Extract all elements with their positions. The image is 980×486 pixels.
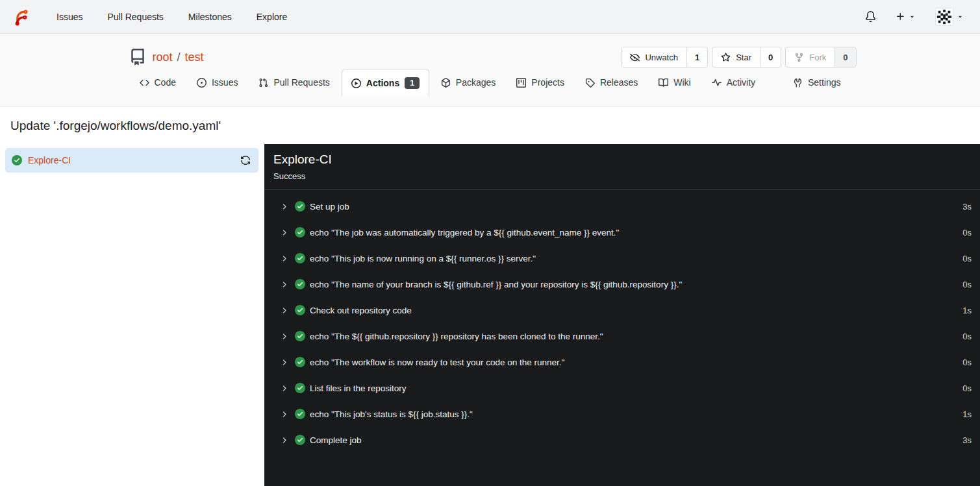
fork-button-group: Fork 0	[785, 47, 856, 67]
step-row[interactable]: echo "This job is now running on a ${{ r…	[264, 245, 980, 271]
fork-icon	[794, 53, 804, 62]
step-duration: 3s	[962, 202, 972, 212]
step-success-icon	[295, 279, 305, 289]
watch-button-group: Unwatch 1	[621, 47, 708, 67]
step-duration: 3s	[962, 435, 972, 445]
repo-name-link[interactable]: test	[185, 51, 204, 64]
code-icon	[140, 78, 149, 88]
tab-releases[interactable]: Releases	[576, 69, 647, 96]
step-duration: 0s	[962, 228, 972, 237]
step-duration: 0s	[962, 332, 972, 341]
nav-item-issues[interactable]: Issues	[44, 0, 95, 33]
plus-icon	[896, 12, 905, 21]
tab-packages[interactable]: Packages	[432, 69, 505, 96]
step-success-icon	[295, 253, 305, 263]
create-menu-button[interactable]	[890, 8, 921, 25]
repo-path-separator: /	[177, 51, 181, 64]
watchers-count[interactable]: 1	[686, 47, 707, 67]
tools-icon	[793, 78, 803, 88]
identicon-image	[936, 8, 953, 25]
step-row[interactable]: echo "This job's status is ${{ job.statu…	[264, 401, 980, 427]
git-pull-request-icon	[258, 78, 268, 88]
step-success-icon	[295, 357, 305, 367]
step-success-icon	[295, 409, 305, 419]
tab-actions[interactable]: Actions 1	[342, 69, 429, 97]
actions-count-badge: 1	[405, 77, 420, 89]
step-row[interactable]: echo "The name of your branch is ${{ git…	[264, 271, 980, 297]
tab-code[interactable]: Code	[131, 69, 185, 96]
avatar	[935, 8, 953, 26]
step-row[interactable]: echo "The job was automatically triggere…	[264, 219, 980, 245]
chevron-right-icon	[280, 410, 288, 419]
chevron-right-icon	[280, 228, 288, 237]
chevron-right-icon	[280, 384, 288, 393]
nav-item-explore[interactable]: Explore	[244, 0, 299, 33]
chevron-right-icon	[280, 254, 288, 263]
step-row[interactable]: Check out repository code 1s	[264, 297, 980, 323]
actions-run-view: Update '.forgejo/workflows/demo.yaml' Ex…	[0, 106, 980, 486]
job-item-label: Explore-CI	[28, 155, 234, 165]
nav-item-pull-requests[interactable]: Pull Requests	[95, 0, 175, 33]
job-log-title: Explore-CI	[273, 152, 971, 167]
step-duration: 1s	[962, 306, 972, 315]
project-board-icon	[516, 78, 526, 88]
pulse-icon	[712, 78, 722, 88]
step-row[interactable]: echo "The ${{ github.repository }} repos…	[264, 323, 980, 349]
chevron-down-icon	[909, 13, 916, 20]
fork-label: Fork	[809, 53, 826, 62]
step-success-icon	[295, 383, 305, 393]
step-duration: 0s	[962, 383, 972, 393]
step-row[interactable]: echo "The workflow is now ready to test …	[264, 349, 980, 375]
job-status-text: Success	[273, 171, 971, 181]
forks-count[interactable]: 0	[835, 47, 855, 67]
chevron-right-icon	[280, 358, 288, 367]
step-duration: 0s	[962, 254, 972, 263]
repo-owner-link[interactable]: root	[153, 51, 173, 64]
navbar-right	[860, 4, 969, 30]
chevron-down-icon	[957, 13, 964, 20]
user-menu-button[interactable]	[930, 4, 969, 30]
step-row[interactable]: List files in the repository 0s	[264, 375, 980, 401]
chevron-right-icon	[280, 306, 288, 315]
step-list: Set up job 3s echo "The job was automati…	[264, 190, 980, 453]
rerun-job-button[interactable]	[240, 155, 251, 165]
step-row[interactable]: Set up job 3s	[264, 193, 980, 219]
run-title: Update '.forgejo/workflows/demo.yaml'	[0, 106, 980, 144]
repo-action-buttons: Unwatch 1 Star 0 Fork 0	[621, 47, 856, 67]
play-circle-icon	[351, 79, 361, 88]
tab-activity[interactable]: Activity	[703, 69, 764, 96]
step-row[interactable]: Complete job 3s	[264, 427, 980, 453]
step-success-icon	[295, 227, 305, 237]
star-button[interactable]: Star	[712, 47, 760, 67]
tab-pull-requests[interactable]: Pull Requests	[249, 69, 338, 96]
step-duration: 0s	[962, 358, 972, 367]
tab-settings[interactable]: Settings	[784, 69, 850, 96]
tab-wiki[interactable]: Wiki	[649, 69, 699, 96]
notifications-button[interactable]	[860, 7, 881, 26]
step-success-icon	[295, 201, 305, 212]
tab-issues[interactable]: Issues	[188, 69, 247, 96]
issue-opened-icon	[197, 78, 207, 88]
forgejo-logo[interactable]	[11, 6, 30, 27]
chevron-right-icon	[280, 332, 288, 341]
unwatch-button[interactable]: Unwatch	[622, 47, 686, 67]
top-navbar: Issues Pull Requests Milestones Explore	[0, 0, 980, 34]
step-success-icon	[295, 331, 305, 341]
nav-item-milestones[interactable]: Milestones	[176, 0, 244, 33]
step-duration: 0s	[962, 280, 972, 289]
eye-slash-icon	[630, 53, 640, 62]
fork-button: Fork	[786, 47, 835, 67]
book-icon	[659, 78, 668, 88]
tab-projects[interactable]: Projects	[507, 69, 573, 96]
stars-count[interactable]: 0	[760, 47, 781, 67]
star-button-group: Star 0	[712, 47, 781, 67]
package-icon	[441, 78, 451, 88]
job-log-header: Explore-CI Success	[264, 144, 980, 190]
sync-icon	[240, 155, 251, 165]
repo-tab-bar: Code Issues Pull Requests Actions 1 Pack…	[124, 69, 857, 97]
job-item-explore-ci[interactable]: Explore-CI	[5, 148, 258, 173]
step-success-icon	[295, 435, 305, 445]
chevron-right-icon	[280, 202, 288, 211]
tag-icon	[585, 78, 595, 88]
job-log-panel: Explore-CI Success Set up job 3s echo "T…	[264, 144, 980, 486]
